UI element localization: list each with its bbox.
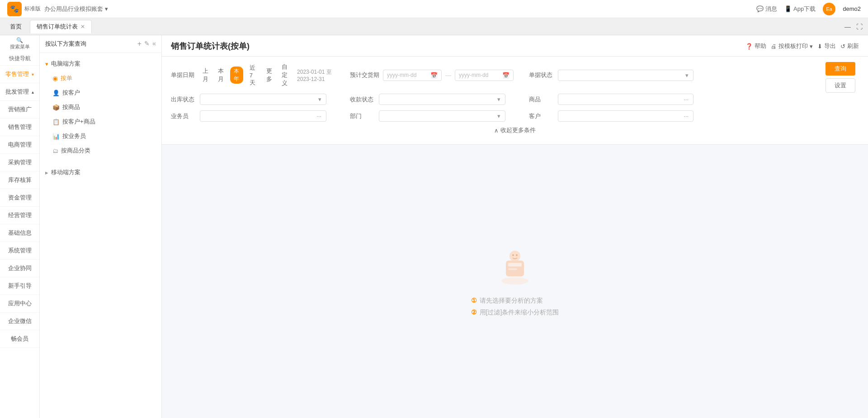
department-label: 部门 — [350, 112, 375, 120]
scheme-item-by-category[interactable]: 🗂 按商品分类 — [40, 143, 161, 158]
date-option-this-month[interactable]: 本月 — [215, 66, 227, 84]
svg-point-4 — [509, 251, 520, 261]
business-input[interactable]: ··· — [200, 110, 326, 122]
sidebar-item-retail[interactable]: 零售管理 ▾ — [0, 66, 39, 83]
collapse-button[interactable]: ∧ 收起更多条件 — [494, 126, 536, 134]
scheme-item-by-salesperson[interactable]: 📊 按业务员 — [40, 129, 161, 143]
edit-scheme-button[interactable]: ✎ — [144, 40, 150, 48]
date-option-7days[interactable]: 近7天 — [247, 63, 260, 88]
goods-ellipsis-icon[interactable]: ··· — [684, 96, 689, 103]
right-panel: 销售订单统计表(按单) ❓ 帮助 🖨 按模板打印 ▾ ⬇ — [162, 35, 868, 418]
tab-sales-summary[interactable]: 销售订单统计表 ✕ — [30, 20, 92, 33]
top-bar: 🐾 标准版 办公用品行业模拟账套 ▾ 💬 消息 📱 App下载 Ea demo2 — [0, 0, 868, 18]
sidebar-item-app-center[interactable]: 应用中心 — [0, 295, 39, 313]
date-option-last-month[interactable]: 上月 — [200, 66, 212, 84]
print-icon: 🖨 — [771, 43, 777, 50]
business-ellipsis-icon[interactable]: ··· — [316, 113, 321, 119]
sidebar-item-system-label: 系统管理 — [8, 247, 32, 255]
date-range-text: 2023-01-01 至 2023-12-31 — [297, 68, 343, 82]
tab-home[interactable]: 首页 — [4, 20, 28, 33]
sidebar-item-enterprise[interactable]: 企业协同 — [0, 260, 39, 277]
scheme-item-by-customer-goods[interactable]: 📋 按客户+商品 — [40, 114, 161, 129]
refresh-icon: ↺ — [840, 43, 845, 50]
empty-hint-2: ② 用[过滤]条件来缩小分析范围 — [471, 309, 559, 317]
out-status-label: 出库状态 — [171, 95, 196, 104]
expected-date-end[interactable]: yyyy-mm-dd 📅 — [455, 70, 514, 81]
sidebar-item-retail-label: 零售管理 — [5, 70, 29, 78]
scheme-item-label: 按商品分类 — [61, 147, 90, 155]
sidebar-item-beginner[interactable]: 新手引导 — [0, 277, 39, 295]
export-button[interactable]: ⬇ 导出 — [817, 42, 836, 50]
tab-home-label: 首页 — [10, 23, 22, 31]
tab-maximize-button[interactable]: ⛶ — [854, 21, 864, 32]
date-option-custom[interactable]: 自定义 — [279, 62, 293, 88]
receive-status-col: 收款状态 ▾ — [350, 94, 522, 105]
calendar-icon-2: 📅 — [502, 72, 509, 79]
sidebar-item-member[interactable]: 畅会员 — [0, 330, 39, 348]
scheme-section-mobile: ▸ 移动端方案 — [40, 162, 161, 183]
left-panel-header: 按以下方案查询 + ✎ « — [40, 35, 161, 53]
receive-status-select[interactable]: ▾ — [379, 94, 505, 105]
customer-input[interactable]: ··· — [558, 110, 693, 122]
query-button[interactable]: 查询 — [826, 62, 855, 76]
sidebar-item-wholesale-label: 批发管理 — [5, 88, 29, 96]
collapse-up-icon: ∧ — [494, 127, 499, 134]
sidebar-item-purchase[interactable]: 采购管理 — [0, 154, 39, 171]
help-button[interactable]: ❓ 帮助 — [745, 42, 766, 50]
scheme-parent-pc[interactable]: ▾ 电脑端方案 — [40, 57, 161, 71]
sidebar-quick-nav[interactable]: 快捷导航 — [0, 52, 39, 66]
add-scheme-button[interactable]: + — [137, 40, 142, 48]
page-header: 销售订单统计表(按单) ❓ 帮助 🖨 按模板打印 ▾ ⬇ — [162, 35, 868, 57]
scheme-item-by-customer[interactable]: 👤 按客户 — [40, 86, 161, 100]
chevron-up-icon: ▴ — [32, 90, 34, 95]
receive-status-label: 收款状态 — [350, 95, 375, 104]
sidebar-item-inventory[interactable]: 库存核算 — [0, 171, 39, 189]
sidebar-item-wechat[interactable]: 企业微信 — [0, 313, 39, 330]
sidebar-item-ecommerce-label: 电商管理 — [8, 141, 32, 149]
sidebar-search-button[interactable]: 🔍 搜索菜单 — [0, 35, 39, 52]
tab-close-icon[interactable]: ✕ — [80, 24, 85, 30]
message-action[interactable]: 💬 消息 — [756, 5, 777, 13]
goods-input[interactable]: ··· — [558, 94, 693, 105]
tab-bar: 首页 销售订单统计表 ✕ — ⛶ — [0, 18, 868, 35]
sidebar-item-finance[interactable]: 资金管理 — [0, 189, 39, 207]
single-status-select[interactable]: ▾ — [558, 70, 693, 81]
empty-illustration — [492, 242, 538, 288]
date-option-this-year[interactable]: 本年 — [230, 66, 243, 84]
app-download-action[interactable]: 📱 App下载 — [784, 5, 816, 13]
expected-date-start[interactable]: yyyy-mm-dd 📅 — [383, 70, 442, 81]
collapse-row: ∧ 收起更多条件 — [171, 122, 859, 139]
scheme-parent-mobile[interactable]: ▸ 移动端方案 — [40, 165, 161, 180]
scheme-item-by-goods[interactable]: 📦 按商品 — [40, 100, 161, 114]
expand-icon: ▾ — [45, 61, 48, 67]
print-button[interactable]: 🖨 按模板打印 ▾ — [771, 42, 813, 50]
department-dropdown-icon: ▾ — [497, 113, 500, 119]
out-status-select[interactable]: ▾ — [200, 94, 326, 105]
scheme-item-by-order[interactable]: ◉ 按单 — [40, 71, 161, 86]
empty-hints: ① 请先选择要分析的方案 ② 用[过滤]条件来缩小分析范围 — [471, 297, 559, 320]
avatar[interactable]: Ea — [823, 3, 835, 15]
svg-rect-2 — [508, 263, 522, 266]
customer-ellipsis-icon[interactable]: ··· — [684, 113, 689, 119]
sidebar-item-basic-info[interactable]: 基础信息 — [0, 224, 39, 242]
sidebar: 🔍 搜索菜单 快捷导航 零售管理 ▾ 批发管理 ▴ 营销推广 销售管理 电商管理 — [0, 35, 40, 418]
app-dropdown[interactable]: 办公用品行业模拟账套 ▾ — [44, 5, 108, 13]
sidebar-item-marketing[interactable]: 营销推广 — [0, 101, 39, 119]
sidebar-item-operations[interactable]: 经营管理 — [0, 207, 39, 224]
sidebar-item-wholesale[interactable]: 批发管理 ▴ — [0, 83, 39, 101]
scheme-item-label: 按客户 — [62, 89, 80, 97]
tab-minimize-button[interactable]: — — [843, 21, 853, 32]
sidebar-item-ecommerce[interactable]: 电商管理 — [0, 136, 39, 154]
department-select[interactable]: ▾ — [379, 110, 505, 122]
radio-icon: ◉ — [52, 75, 58, 82]
sidebar-item-sales-label: 销售管理 — [8, 123, 32, 131]
sidebar-item-system[interactable]: 系统管理 — [0, 242, 39, 260]
date-option-more[interactable]: 更多 — [264, 66, 275, 84]
sidebar-item-sales[interactable]: 销售管理 — [0, 119, 39, 136]
setting-button[interactable]: 设置 — [826, 78, 855, 93]
refresh-button[interactable]: ↺ 刷新 — [840, 42, 859, 50]
expected-date-label: 预计交货期 — [350, 71, 379, 79]
chevron-down-icon: ▾ — [105, 5, 108, 12]
collapse-panel-button[interactable]: « — [152, 40, 156, 48]
sidebar-quick-nav-label: 快捷导航 — [9, 55, 31, 62]
